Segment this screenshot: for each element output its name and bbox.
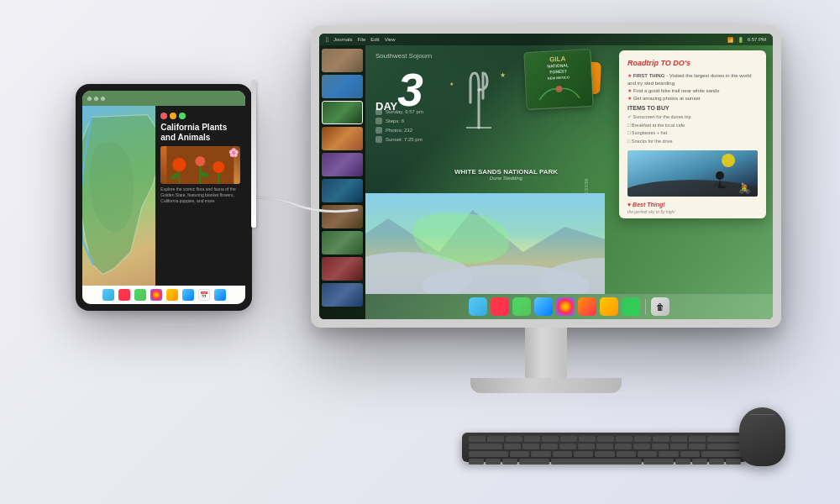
key-tab[interactable] xyxy=(469,444,502,449)
key[interactable] xyxy=(574,451,593,457)
key[interactable] xyxy=(638,451,657,457)
key[interactable] xyxy=(541,444,558,449)
key[interactable] xyxy=(634,436,651,442)
dock-messages[interactable] xyxy=(102,289,114,301)
key[interactable] xyxy=(506,436,522,442)
key[interactable] xyxy=(469,436,486,442)
dock-app-maps[interactable] xyxy=(512,297,531,316)
key-shift-l[interactable] xyxy=(469,451,508,457)
ipad-dock[interactable]: 📅 xyxy=(82,286,245,304)
key-delete[interactable] xyxy=(707,436,741,442)
key[interactable] xyxy=(596,444,613,449)
photos-icon xyxy=(375,127,382,134)
key[interactable] xyxy=(680,451,700,457)
key[interactable] xyxy=(615,444,632,449)
dock-calendar[interactable]: 📅 xyxy=(198,289,210,301)
dock-app-journal[interactable] xyxy=(578,297,596,316)
note-line-4: □ Snacks for the drive xyxy=(627,139,758,145)
key-ctrl[interactable] xyxy=(486,459,501,465)
apple-menu-icon[interactable]:  xyxy=(326,36,328,44)
sidebar-thumb-5[interactable] xyxy=(322,153,363,176)
sidebar-thumb-4[interactable] xyxy=(322,127,363,150)
steps-icon xyxy=(375,118,382,124)
book-decorations xyxy=(160,113,240,119)
ipad-body: California Plants and Animals xyxy=(76,84,252,311)
dock-music[interactable] xyxy=(118,289,130,301)
sidebar-thumb-10[interactable] xyxy=(322,283,363,307)
key-up[interactable] xyxy=(709,459,724,465)
macos-dock: 🗑 xyxy=(365,294,773,319)
svg-text:★: ★ xyxy=(500,71,506,79)
key[interactable] xyxy=(559,444,576,449)
key[interactable] xyxy=(617,451,636,457)
key-opt-r[interactable] xyxy=(675,459,690,465)
key[interactable] xyxy=(524,436,541,442)
book-cover-image xyxy=(160,146,240,184)
menubar-app-name[interactable]: Journals xyxy=(333,37,353,42)
dock-app-notes[interactable] xyxy=(600,297,618,316)
key[interactable] xyxy=(579,436,596,442)
dock-app-photos[interactable] xyxy=(556,297,575,316)
dock-app-safari[interactable] xyxy=(534,297,553,316)
meta-date-text: Sunday, 6:57 pm xyxy=(386,109,423,114)
key[interactable] xyxy=(487,436,504,442)
key[interactable] xyxy=(659,451,678,457)
dock-safari[interactable] xyxy=(182,289,194,301)
key[interactable] xyxy=(510,451,529,457)
svg-point-20 xyxy=(716,171,724,180)
dock-app-trash[interactable]: 🗑 xyxy=(651,297,669,316)
dock-finder[interactable] xyxy=(214,289,226,301)
key-fn[interactable] xyxy=(469,459,484,465)
key[interactable] xyxy=(595,451,614,457)
key[interactable] xyxy=(689,436,706,442)
key[interactable] xyxy=(670,444,687,449)
key[interactable] xyxy=(652,444,669,449)
key[interactable] xyxy=(553,451,572,457)
note-caption: Best Thing! xyxy=(633,202,665,207)
key-return[interactable] xyxy=(707,444,741,449)
journal-map xyxy=(365,193,605,294)
key[interactable] xyxy=(597,436,614,442)
key-space[interactable] xyxy=(551,459,642,465)
key[interactable] xyxy=(560,436,577,442)
key-cmd-l[interactable] xyxy=(519,459,549,465)
dock-notes[interactable] xyxy=(166,289,178,301)
key[interactable] xyxy=(531,451,550,457)
sidebar-thumb-9[interactable] xyxy=(322,257,363,281)
menubar-file[interactable]: File xyxy=(358,37,366,42)
key-shift-r[interactable] xyxy=(701,451,741,457)
dock-photos[interactable] xyxy=(150,289,162,301)
key-cmd-r[interactable] xyxy=(643,459,674,465)
key[interactable] xyxy=(504,444,521,449)
sidebar-thumb-3[interactable] xyxy=(322,101,363,124)
sidebar-thumb-8[interactable] xyxy=(322,231,363,255)
key[interactable] xyxy=(689,444,706,449)
key[interactable] xyxy=(671,436,688,442)
key[interactable] xyxy=(616,436,633,442)
sidebar-thumb-1[interactable] xyxy=(322,49,363,72)
menubar-view[interactable]: View xyxy=(385,37,396,42)
key[interactable] xyxy=(522,444,539,449)
note-line-3: □ Sunglasses + hat xyxy=(627,130,758,137)
dock-app-pencilkit[interactable] xyxy=(622,297,640,316)
dock-maps[interactable] xyxy=(134,289,146,301)
key[interactable] xyxy=(633,444,650,449)
white-sands-title: WHITE SANDS NATIONAL PARK xyxy=(412,168,601,176)
dock-separator xyxy=(645,299,646,314)
dock-app-messages[interactable] xyxy=(469,297,487,316)
dock-app-music[interactable] xyxy=(491,297,509,316)
key[interactable] xyxy=(578,444,595,449)
key[interactable] xyxy=(542,436,559,442)
key-right[interactable] xyxy=(726,459,741,465)
ipad-screen: California Plants and Animals xyxy=(82,91,245,304)
sun-icon xyxy=(375,136,382,143)
key[interactable] xyxy=(653,436,669,442)
meta-steps-text: Steps: 6 xyxy=(386,118,404,123)
key-left[interactable] xyxy=(692,459,707,465)
menubar-edit[interactable]: Edit xyxy=(370,37,379,42)
magic-mouse[interactable] xyxy=(739,407,785,466)
key-opt[interactable] xyxy=(502,459,517,465)
note-todo-text: ★ FIRST THING - Visited the largest dune… xyxy=(627,72,758,102)
sidebar-thumb-2[interactable] xyxy=(322,75,363,98)
desktop-wallpaper:  Journals File Edit View 📶 🔋 6:57 PM xyxy=(319,34,773,319)
